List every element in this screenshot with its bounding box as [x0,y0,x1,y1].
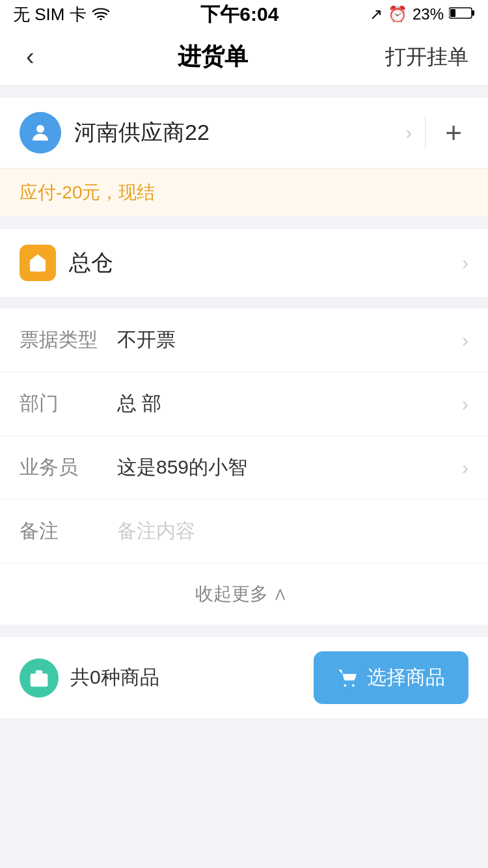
invoice-type-row[interactable]: 票据类型 不开票 › [0,308,488,372]
vertical-divider [425,116,426,149]
status-bar: 无 SIM 卡 下午6:04 ↗ ⏰ 23% [0,0,488,29]
status-right: ↗ ⏰ 23% [370,5,475,23]
add-button[interactable]: + [439,118,468,147]
remaining-space [0,718,488,868]
chevron-right-icon-3: › [462,329,468,351]
open-pending-button[interactable]: 打开挂单 [385,43,468,72]
status-left: 无 SIM 卡 [13,3,110,26]
select-product-button[interactable]: 选择商品 [314,651,468,704]
department-value: 总 部 [117,390,462,417]
nav-bar: ‹ 进货单 打开挂单 [0,29,488,86]
product-icon [29,668,49,688]
remark-row[interactable]: 备注 备注内容 [0,499,488,563]
status-time: 下午6:04 [200,1,278,28]
warehouse-icon-bg [20,245,56,281]
svg-point-11 [352,684,355,686]
warehouse-name: 总仓 [69,248,462,278]
battery-icon [449,5,475,23]
department-label: 部门 [20,390,117,417]
supplier-name: 河南供应商22 [74,118,405,148]
battery-label: 23% [413,5,444,23]
bottom-bar: 共0种商品 选择商品 [0,636,488,718]
svg-rect-5 [31,673,48,686]
remark-label: 备注 [20,518,117,545]
svg-rect-3 [450,9,455,17]
supplier-section: 河南供应商22 › + 应付-20元，现结 [0,98,488,217]
wifi-icon [92,5,110,25]
department-row[interactable]: 部门 总 部 › [0,372,488,435]
salesperson-label: 业务员 [20,454,117,481]
invoice-type-label: 票据类型 [20,327,117,353]
alarm-icon: ⏰ [388,5,407,23]
invoice-type-value: 不开票 [117,327,462,353]
warehouse-row[interactable]: 总仓 › [0,228,488,297]
collapse-row[interactable]: 收起更多 ∧ [0,563,488,625]
location-icon: ↗ [370,5,383,23]
chevron-right-icon-5: › [462,457,468,479]
salesperson-value: 这是859的小智 [117,454,462,481]
product-count-area: 共0种商品 [20,658,159,698]
svg-point-0 [100,18,102,20]
user-icon [29,121,52,144]
product-count-label: 共0种商品 [70,664,159,691]
warehouse-icon [27,252,48,273]
collapse-text: 收起更多 ∧ [195,582,288,606]
product-icon-bg [20,658,59,698]
carrier-label: 无 SIM 卡 [13,3,87,26]
svg-point-4 [36,125,44,133]
notice-banner: 应付-20元，现结 [0,169,488,217]
chevron-right-icon-2: › [462,252,468,274]
page-title: 进货单 [178,41,248,73]
salesperson-row[interactable]: 业务员 这是859的小智 › [0,435,488,499]
svg-rect-2 [472,10,474,16]
separator-top [0,86,488,98]
supplier-row[interactable]: 河南供应商22 › + [0,98,488,169]
select-product-label: 选择商品 [367,664,445,691]
svg-point-10 [344,684,346,686]
separator-2 [0,217,488,228]
warehouse-section: 总仓 › [0,228,488,297]
chevron-right-icon: › [405,122,412,144]
remark-input[interactable]: 备注内容 [117,518,468,545]
cart-icon [337,669,358,687]
form-section: 票据类型 不开票 › 部门 总 部 › 业务员 这是859的小智 › 备注 备注… [0,308,488,625]
chevron-right-icon-4: › [462,393,468,415]
separator-3 [0,297,488,308]
back-button[interactable]: ‹ [20,36,41,77]
supplier-avatar [20,112,61,154]
